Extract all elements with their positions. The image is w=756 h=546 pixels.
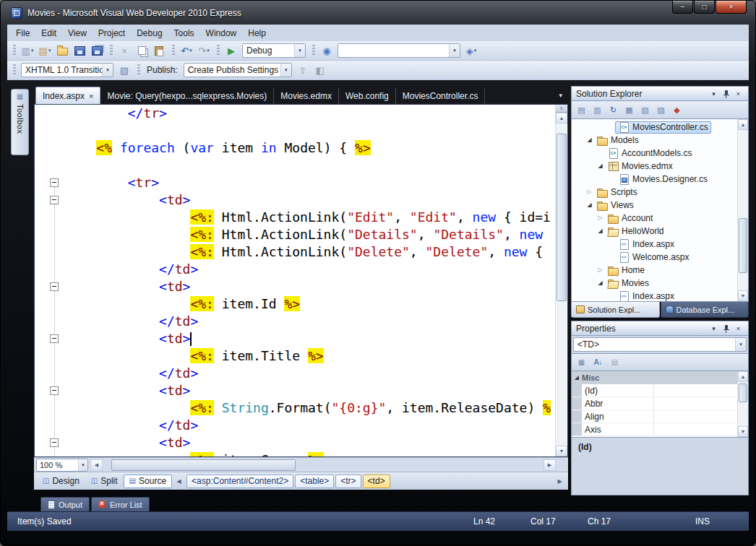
fold-collapse-icon[interactable]	[50, 386, 59, 395]
code-line[interactable]: <td>	[35, 330, 555, 347]
tree-item-home[interactable]: ▷Home	[572, 264, 737, 277]
editor-splitter-handle[interactable]: ≡	[556, 105, 567, 113]
code-line[interactable]: </td>	[35, 261, 555, 278]
menu-window[interactable]: Window	[200, 26, 243, 40]
object-selector-combo[interactable]: <TD> ▾	[573, 337, 747, 352]
tree-item-account[interactable]: ▷Account	[572, 212, 737, 225]
code-line[interactable]: <td>	[35, 382, 555, 399]
redo-icon[interactable]: ↷▾	[196, 43, 212, 58]
zoom-combo[interactable]: 100 % ▾	[36, 459, 88, 472]
panel-tab-solution-expl[interactable]: Solution Expl...	[571, 302, 660, 318]
tree-item-moviescontroller-cs[interactable]: MoviesController.cs	[572, 121, 737, 134]
solution-explorer-titlebar[interactable]: Solution Explorer ▾ ×	[571, 86, 749, 101]
solution-configurations-combo[interactable]: Debug▾	[242, 43, 306, 58]
scroll-up-icon[interactable]: ▲	[556, 113, 567, 124]
tree-item-helloworld[interactable]: ◢HelloWorld	[572, 225, 737, 238]
breadcrumb-tag-tr[interactable]: <tr>	[335, 474, 361, 488]
scroll-down-icon[interactable]: ▼	[556, 446, 567, 456]
panel-tab-error-list[interactable]: Error List	[91, 497, 150, 511]
horizontal-scroll-thumb[interactable]	[111, 459, 296, 471]
menu-tools[interactable]: Tools	[168, 26, 200, 40]
tree-item-index-aspx[interactable]: Index.aspx	[572, 290, 737, 301]
code-line[interactable]: <td>	[35, 191, 555, 209]
code-line[interactable]	[35, 157, 555, 174]
tree-scrollbar[interactable]: ▲ ▼	[737, 119, 748, 301]
tree-item-index-aspx[interactable]: Index.aspx	[572, 238, 737, 251]
undo-icon[interactable]: ↶▾	[179, 43, 194, 58]
start-debugging-icon[interactable]: ▶	[223, 43, 239, 58]
code-editor[interactable]: </tr> <% foreach (var item in Model) { %…	[34, 104, 568, 457]
breadcrumb-right-icon[interactable]: ▶	[554, 474, 565, 488]
property-row-abbr[interactable]: Abbr	[572, 397, 737, 410]
expand-arrow-icon[interactable]: ▷	[596, 267, 604, 273]
property-grid-scrollbar[interactable]: ▲ ▼	[737, 371, 748, 437]
breadcrumb-tag-table[interactable]: <table>	[295, 474, 334, 488]
toolbar-grip-handle[interactable]	[217, 45, 220, 56]
code-line[interactable]: <%: String.Format("{0:g}", item.ReleaseD…	[35, 399, 555, 417]
new-web-site-icon[interactable]: ▥▾	[20, 43, 35, 58]
title-bar[interactable]: Movies - Microsoft Visual Web Developer …	[1, 1, 755, 25]
source-view-button[interactable]: ▤Source	[124, 474, 172, 488]
tree-item-welcome-aspx[interactable]: Welcome.aspx	[572, 251, 737, 264]
collapse-arrow-icon[interactable]: ◢	[585, 137, 593, 143]
scroll-right-icon[interactable]: ▶	[544, 459, 556, 471]
close-panel-icon[interactable]: ×	[733, 88, 744, 99]
collapse-arrow-icon[interactable]: ◢	[596, 163, 604, 169]
minimize-button[interactable]: −	[672, 1, 693, 14]
asp-net-configuration-icon[interactable]: ◆	[670, 103, 684, 117]
code-line[interactable]: </td>	[35, 313, 555, 330]
collapse-arrow-icon[interactable]: ◢	[585, 202, 593, 208]
category-row-misc[interactable]: ◢ Misc	[572, 371, 737, 384]
toolbox-tab[interactable]: ▦ Toolbox	[11, 89, 29, 155]
scroll-up-icon[interactable]: ▲	[738, 371, 748, 382]
code-line[interactable]: <%: item.Genre %>	[35, 451, 555, 456]
collapse-arrow-icon[interactable]: ◢	[596, 280, 604, 286]
design-view-button[interactable]: ◫Design	[37, 474, 85, 488]
fold-collapse-icon[interactable]	[50, 178, 59, 187]
panel-tab-output[interactable]: Output	[40, 497, 90, 511]
auto-hide-pin-icon[interactable]	[721, 88, 731, 99]
doc-tab-moviescontroller-cs[interactable]: MoviesController.cs	[396, 88, 486, 104]
tree-item-movies-edmx[interactable]: ◢Movies.edmx	[572, 160, 737, 173]
menu-project[interactable]: Project	[93, 26, 131, 40]
menu-view[interactable]: View	[62, 26, 93, 40]
tree-item-movies[interactable]: ◢Movies	[572, 277, 737, 290]
grid-scroll-track[interactable]	[738, 382, 748, 426]
refresh-icon[interactable]: ↻	[606, 103, 620, 117]
window-position-icon[interactable]: ▾	[708, 88, 719, 99]
breadcrumb-tag-td[interactable]: <td>	[363, 474, 390, 488]
show-all-files-icon[interactable]: ▥	[590, 103, 604, 117]
target-schema-combo[interactable]: XHTML 1.0 Transition▾	[21, 63, 113, 77]
vertical-scroll-thumb[interactable]	[557, 134, 567, 301]
code-line[interactable]: <%: item.Id %>	[35, 295, 555, 313]
view-designer-icon[interactable]: ▨	[654, 103, 668, 117]
browse-with-icon[interactable]: ◉	[319, 43, 335, 58]
code-line[interactable]: </tr>	[35, 105, 555, 122]
cut-icon[interactable]: ×	[116, 43, 132, 58]
menu-file[interactable]: File	[10, 26, 35, 40]
maximize-button[interactable]: □	[694, 1, 715, 14]
collapse-arrow-icon[interactable]: ◢	[572, 375, 582, 381]
properties-titlebar[interactable]: Properties ▾ ×	[571, 321, 749, 336]
add-new-item-icon[interactable]: ▤▾	[37, 43, 53, 58]
tree-item-accountmodels-cs[interactable]: AccountModels.cs	[572, 147, 737, 160]
tab-list-chevron-icon[interactable]: ▾	[553, 92, 568, 99]
check-page-icon[interactable]: ▧	[116, 62, 132, 78]
code-line[interactable]	[35, 122, 555, 139]
tree-item-movies-designer-cs[interactable]: Movies.Designer.cs	[572, 173, 737, 186]
doc-tab-web-config[interactable]: Web.config	[339, 88, 396, 104]
breadcrumb-left-icon[interactable]: ◀	[173, 474, 184, 488]
panel-tab-database-expl[interactable]: Database Expl...	[661, 302, 749, 318]
property-row-align[interactable]: Align	[572, 410, 737, 423]
tree-item-views[interactable]: ◢Views	[572, 199, 737, 212]
window-position-icon[interactable]: ▾	[708, 323, 719, 334]
code-line[interactable]: <td>	[35, 278, 555, 295]
property-pages-icon[interactable]: ▤	[608, 355, 622, 369]
code-line[interactable]: <%: Html.ActionLink("Details", "Details"…	[35, 226, 555, 243]
fold-collapse-icon[interactable]	[50, 334, 59, 343]
close-tab-icon[interactable]: ×	[89, 92, 93, 100]
code-line[interactable]: <%: Html.ActionLink("Edit", "Edit", new …	[35, 209, 555, 226]
open-file-icon[interactable]	[54, 43, 70, 58]
tree-item-scripts[interactable]: ▷Scripts	[572, 186, 737, 199]
code-line[interactable]: </td>	[35, 417, 555, 434]
